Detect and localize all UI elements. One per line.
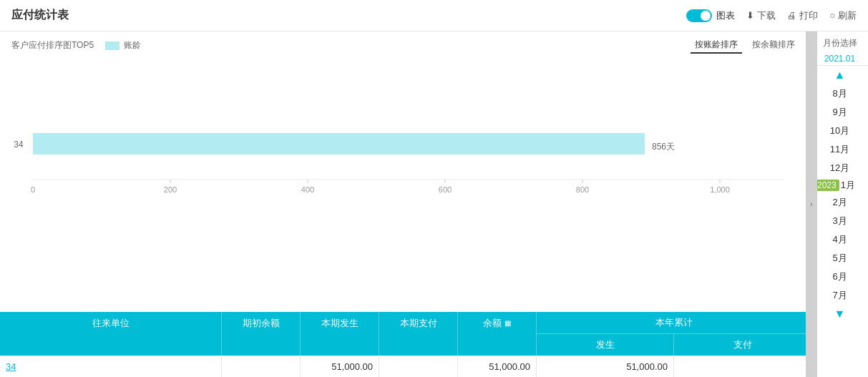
month-item-9[interactable]: 9月 <box>811 103 868 122</box>
svg-text:0: 0 <box>31 185 35 194</box>
chart-bar <box>33 133 645 155</box>
data-table: 往来单位 期初余额 本期发生 本期支付 余额 ▦ 本年累计 <box>0 312 811 377</box>
month-item-3[interactable]: 3月 <box>811 212 868 230</box>
month-item-5[interactable]: 5月 <box>811 249 868 268</box>
svg-text:600: 600 <box>439 185 452 194</box>
td-发生: 51,000.00 <box>537 356 674 377</box>
refresh-icon: ○ <box>829 10 835 21</box>
th-余额: 余额 ▦ <box>458 312 537 334</box>
sidebar-title: 月份选择 <box>811 31 868 52</box>
legend-color-box <box>105 41 120 50</box>
chart-toggle-wrap[interactable]: 图表 <box>686 9 735 22</box>
bar-chart: 34 856天 0 200 400 600 800 1,000 <box>0 59 811 312</box>
refresh-label: 刷新 <box>838 9 857 22</box>
chart-toggle-label: 图表 <box>716 9 735 22</box>
th-发生: 发生 <box>537 334 674 356</box>
download-button[interactable]: ⬇ 下载 <box>746 9 776 22</box>
svg-text:800: 800 <box>576 185 589 194</box>
th-本年累计: 本年累计 <box>537 312 811 334</box>
td-本期支付 <box>379 356 458 377</box>
download-icon: ⬇ <box>746 10 754 21</box>
month-item-7[interactable]: 7月 <box>811 286 868 305</box>
svg-text:200: 200 <box>164 185 177 194</box>
sidebar-collapse-handle[interactable]: › <box>806 31 817 377</box>
month-item-8[interactable]: 8月 <box>811 84 868 103</box>
scroll-up-button[interactable]: ▲ <box>811 66 868 84</box>
chart-sort-buttons: 按账龄排序 按余额排序 <box>691 37 799 54</box>
chart-legend: 客户应付排序图TOP5 账龄 <box>11 39 141 52</box>
td-期初余额 <box>222 356 301 377</box>
month-item-12[interactable]: 12月 <box>811 159 868 177</box>
svg-text:1,000: 1,000 <box>710 185 730 194</box>
download-label: 下载 <box>757 9 776 22</box>
sort-icon: ▦ <box>504 319 511 327</box>
td-本期发生: 51,000.00 <box>301 356 379 377</box>
sort-by-balance-button[interactable]: 按余额排序 <box>748 37 799 54</box>
page-title: 应付统计表 <box>11 8 69 23</box>
td-余额: 51,000.00 <box>458 356 537 377</box>
svg-text:856天: 856天 <box>652 142 675 152</box>
legend-label: 客户应付排序图TOP5 <box>11 39 94 52</box>
th-支付: 支付 <box>674 334 811 356</box>
month-item-1[interactable]: 1月 <box>841 179 855 192</box>
sidebar-current-date: 2021.01 <box>811 52 868 66</box>
table-row: 34 51,000.00 51,000.00 51,000.00 <box>0 356 811 377</box>
td-往来单位[interactable]: 34 <box>0 356 222 377</box>
month-item-10[interactable]: 10月 <box>811 122 868 140</box>
year-2023-row: 2023 1月 <box>811 177 868 193</box>
scroll-down-button[interactable]: ▼ <box>811 305 868 323</box>
month-sidebar: › 月份选择 2021.01 ▲ 8月 9月 10月 11月 12月 2023 … <box>811 31 868 377</box>
chart-toggle[interactable] <box>686 9 712 22</box>
th-本期发生: 本期发生 <box>301 312 379 334</box>
print-icon: 🖨 <box>787 10 796 21</box>
header-actions: 图表 ⬇ 下载 🖨 打印 ○ 刷新 <box>686 9 857 22</box>
print-label: 打印 <box>799 9 818 22</box>
refresh-button[interactable]: ○ 刷新 <box>829 9 857 22</box>
month-item-11[interactable]: 11月 <box>811 140 868 159</box>
svg-text:34: 34 <box>14 139 24 150</box>
month-item-2[interactable]: 2月 <box>811 193 868 212</box>
th-往来单位: 往来单位 <box>0 312 222 334</box>
sort-by-age-button[interactable]: 按账龄排序 <box>691 37 742 54</box>
chart-svg: 34 856天 0 200 400 600 800 1,000 <box>11 65 799 230</box>
svg-text:400: 400 <box>301 185 314 194</box>
print-button[interactable]: 🖨 打印 <box>787 9 818 22</box>
th-期初余额: 期初余额 <box>222 312 301 334</box>
month-item-4[interactable]: 4月 <box>811 230 868 249</box>
year-2023-badge: 2023 <box>814 180 839 191</box>
month-list: 8月 9月 10月 11月 12月 2023 1月 2月 3月 4月 5月 6月… <box>811 84 868 305</box>
month-item-6[interactable]: 6月 <box>811 268 868 286</box>
legend-item: 客户应付排序图TOP5 <box>11 39 94 52</box>
th-本期支付: 本期支付 <box>379 312 458 334</box>
legend-color-label: 账龄 <box>124 39 141 52</box>
legend-color-item: 账龄 <box>105 39 141 52</box>
td-支付 <box>674 356 811 377</box>
